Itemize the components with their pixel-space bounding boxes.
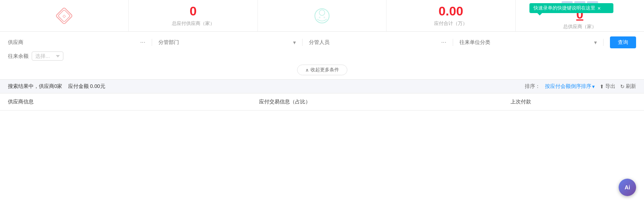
export-icon: ⬆ bbox=[600, 84, 604, 90]
table-body bbox=[0, 111, 644, 204]
tooltip-text: 快速录单的快捷键说明在这里 bbox=[533, 5, 595, 11]
result-amount-text: 应付金额 0.00元 bbox=[68, 83, 105, 89]
svg-text:◇: ◇ bbox=[62, 14, 66, 18]
result-text: 搜索结果中，供应商0家 bbox=[8, 83, 62, 89]
refresh-icon: ↻ bbox=[620, 84, 625, 90]
filter-row-2: 往来余额 选择... bbox=[8, 51, 636, 62]
export-button[interactable]: ⬆ 导出 bbox=[600, 83, 615, 90]
sort-label: 排序： bbox=[525, 83, 540, 90]
filter-person: 分管人员 ··· bbox=[303, 39, 453, 46]
stat-total-payable-suppliers: 0 总应付供应商（家） bbox=[129, 0, 257, 31]
stat-icon-area: ◇ bbox=[0, 0, 129, 31]
refresh-button[interactable]: ↻ 刷新 bbox=[620, 83, 636, 90]
center-icon-area bbox=[258, 0, 387, 31]
svg-point-4 bbox=[319, 10, 325, 15]
col-lastpay-header: 上次付款 bbox=[511, 98, 636, 105]
amount-balance-label: 往来余额 bbox=[8, 53, 29, 60]
svg-point-6 bbox=[324, 17, 325, 18]
piggy-icon bbox=[309, 3, 335, 29]
supplier-dots[interactable]: ··· bbox=[140, 39, 145, 46]
result-bar: 搜索结果中，供应商0家 应付金额 0.00元 排序： 按应付会额倒序排序 ▾ ⬆… bbox=[0, 80, 644, 93]
tooltip-banner: 快速录单的快捷键说明在这里 × bbox=[530, 3, 614, 13]
total-payable-suppliers-number: 0 bbox=[190, 4, 197, 18]
export-label: 导出 bbox=[605, 83, 615, 90]
stats-bar: ◇ 0 总应付供应商（家） 0.00 应付合计（万） 快速录单的快捷键说明在这里… bbox=[0, 0, 644, 32]
department-label: 分管部门 bbox=[158, 39, 181, 46]
unit-category-label: 往来单位分类 bbox=[459, 39, 490, 46]
payable-total-number: 0.00 bbox=[438, 4, 463, 18]
collapse-button-label: 收起更多条件 bbox=[311, 67, 339, 73]
sort-value[interactable]: 按应付会额倒序排序 ▾ bbox=[545, 83, 595, 90]
amount-balance-select[interactable]: 选择... bbox=[32, 51, 63, 61]
person-input[interactable] bbox=[331, 40, 440, 46]
filter-row-1: 供应商 ··· 分管部门 ▾ 分管人员 ··· 往来单位分类 ▾ 查询 bbox=[8, 36, 636, 48]
total-suppliers-label: 总供应商（家） bbox=[563, 23, 596, 30]
collapse-button[interactable]: ∧ 收起更多条件 bbox=[297, 65, 347, 75]
person-label: 分管人员 bbox=[309, 39, 331, 46]
result-summary: 搜索结果中，供应商0家 应付金额 0.00元 bbox=[8, 83, 105, 90]
col-transaction-header: 应付交易信息（占比） bbox=[259, 98, 510, 105]
person-dots[interactable]: ··· bbox=[441, 39, 446, 46]
filter-section: 供应商 ··· 分管部门 ▾ 分管人员 ··· 往来单位分类 ▾ 查询 往来余额 bbox=[0, 32, 644, 80]
svg-point-5 bbox=[319, 17, 320, 18]
refresh-label: 刷新 bbox=[626, 83, 636, 90]
unit-category-chevron[interactable]: ▾ bbox=[594, 39, 597, 46]
filter-unit-category: 往来单位分类 ▾ bbox=[453, 39, 604, 46]
stat-payable-total: 0.00 应付合计（万） bbox=[387, 0, 515, 31]
stat-total-suppliers: 快速录单的快捷键说明在这里 × 0 总供应商（家） bbox=[516, 0, 644, 31]
ai-float-button[interactable]: Ai bbox=[619, 179, 636, 196]
filter-supplier: 供应商 ··· bbox=[8, 39, 152, 46]
query-button[interactable]: 查询 bbox=[610, 36, 636, 48]
sort-chevron-icon: ▾ bbox=[592, 84, 595, 90]
green-dot bbox=[606, 6, 610, 10]
department-input[interactable] bbox=[181, 40, 292, 46]
supplier-label: 供应商 bbox=[8, 39, 30, 46]
collapse-row: ∧ 收起更多条件 bbox=[8, 62, 636, 76]
payable-total-label: 应付合计（万） bbox=[434, 20, 467, 27]
filter-department: 分管部门 ▾ bbox=[152, 39, 303, 46]
department-chevron[interactable]: ▾ bbox=[293, 39, 296, 46]
sort-value-text: 按应付会额倒序排序 bbox=[545, 83, 591, 90]
supplier-input[interactable] bbox=[30, 40, 139, 46]
table-header: 供应商信息 应付交易信息（占比） 上次付款 bbox=[0, 93, 644, 111]
result-right: 排序： 按应付会额倒序排序 ▾ ⬆ 导出 ↻ 刷新 bbox=[525, 83, 636, 90]
unit-category-input[interactable] bbox=[490, 40, 593, 46]
total-payable-suppliers-label: 总应付供应商（家） bbox=[172, 20, 215, 27]
tooltip-close-button[interactable]: × bbox=[598, 6, 601, 11]
table-section: 供应商信息 应付交易信息（占比） 上次付款 bbox=[0, 93, 644, 204]
col-supplier-header: 供应商信息 bbox=[8, 98, 259, 105]
filter-amount-balance: 往来余额 选择... bbox=[8, 51, 63, 61]
collapse-chevron-icon: ∧ bbox=[305, 67, 309, 73]
diamond-icon: ◇ bbox=[53, 4, 76, 27]
